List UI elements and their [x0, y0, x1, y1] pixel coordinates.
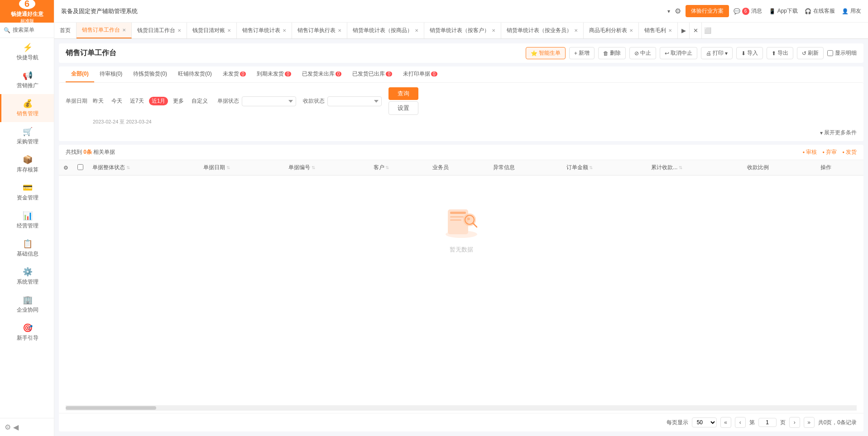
sidebar-item-marketing[interactable]: 📢 营销推广 — [0, 66, 54, 94]
tab-close-cash-reconcile[interactable]: ✕ — [227, 28, 231, 33]
tab-close-sales-order[interactable]: ✕ — [122, 28, 126, 33]
tab-close-sales-increase[interactable]: ✕ — [668, 28, 672, 33]
tab-sales-stat-product[interactable]: 销货单统计表（按商品） ✕ — [347, 23, 424, 38]
industry-btn[interactable]: 体验行业方案 — [686, 5, 729, 17]
tab-cash-daily[interactable]: 钱货日清工作台 ✕ — [132, 23, 187, 38]
chevron-down-icon[interactable]: ▾ — [667, 8, 670, 14]
tab-cash-reconcile[interactable]: 钱货日清对账 ✕ — [187, 23, 237, 38]
expand-filter-btn[interactable]: ▾ 展开更多条件 — [820, 129, 857, 137]
table-scroll-container[interactable]: ⚙ 单据整体状态 单据日期 单据编号 客户 业务员 异常信息 订单金额 累计收款… — [59, 160, 863, 405]
cancel-icon: ↩ — [665, 50, 669, 57]
sidebar-item-system[interactable]: ⚙️ 系统管理 — [0, 262, 54, 290]
tab-close-sales-stat-product[interactable]: ✕ — [415, 28, 418, 33]
scroll-thumb[interactable] — [66, 406, 156, 410]
tab-sales-increase[interactable]: 销售毛利 ✕ — [639, 23, 678, 38]
tab-close-sales-stat-staff[interactable]: ✕ — [574, 28, 578, 33]
tab-gross-profit[interactable]: 商品毛利分析表 ✕ — [584, 23, 639, 38]
review-action[interactable]: 审核 — [802, 148, 817, 156]
tab-close-cash-daily[interactable]: ✕ — [177, 28, 181, 33]
sidebar-item-operation[interactable]: 📊 经营管理 — [0, 206, 54, 234]
sidebar-item-basic[interactable]: 📋 基础信息 — [0, 234, 54, 262]
subtab-expired-unshipped[interactable]: 到期未发货0 — [251, 66, 297, 82]
date-opt-more[interactable]: 更多 — [170, 96, 187, 106]
tab-sales-order[interactable]: 销售订单工作台 ✕ — [77, 23, 132, 38]
cancel-stop-btn[interactable]: ↩ 取消中止 — [660, 47, 697, 59]
tab-close-sales-stat[interactable]: ✕ — [283, 28, 286, 33]
online-service-action[interactable]: 🎧 在线客服 — [805, 7, 835, 15]
th-customer[interactable]: 客户 — [369, 160, 428, 175]
new-btn[interactable]: + 新增 — [569, 47, 595, 59]
refresh-btn[interactable]: ↺ 刷新 — [797, 47, 824, 59]
tab-close-gross-profit[interactable]: ✕ — [629, 28, 633, 33]
subtab-shipped-not-in[interactable]: 已发货未出库0 — [297, 66, 347, 82]
page-input[interactable] — [758, 418, 777, 427]
message-action[interactable]: 💬 6 消息 — [734, 7, 762, 15]
smart-create-btn[interactable]: ⭐ 智能生单 — [526, 47, 566, 59]
sidebar-item-finance[interactable]: 💳 资金管理 — [0, 178, 54, 206]
date-opt-7days[interactable]: 近7天 — [127, 96, 147, 106]
date-opt-1month[interactable]: 近1月 — [149, 97, 168, 105]
date-opt-yesterday[interactable]: 昨天 — [90, 96, 106, 106]
tab-close-sales-exec[interactable]: ✕ — [338, 28, 341, 33]
query-btn[interactable]: 查询 — [388, 87, 418, 100]
show-detail-label[interactable]: 显示明细 — [827, 49, 857, 57]
next-page-btn[interactable]: › — [789, 417, 800, 428]
tab-close-all-btn[interactable]: ✕ — [690, 23, 701, 38]
select-all-checkbox[interactable] — [77, 164, 83, 170]
sidebar-item-inventory[interactable]: 📦 库存核算 — [0, 150, 54, 178]
th-settings[interactable]: ⚙ — [59, 160, 73, 175]
empty-illustration — [439, 203, 484, 239]
subtab-pending-inspect[interactable]: 待拣货验货(0) — [128, 66, 173, 82]
th-amount[interactable]: 订单金额 — [562, 160, 647, 175]
subtab-not-shipped[interactable]: 未发货0 — [217, 66, 252, 82]
sidebar-item-quick-nav[interactable]: ⚡ 快捷导航 — [0, 38, 54, 66]
tab-sales-exec[interactable]: 销售订单执行表 ✕ — [292, 23, 347, 38]
tab-more-btn[interactable]: ▶ — [678, 23, 690, 38]
sidebar-item-purchase[interactable]: 🛒 采购管理 — [0, 122, 54, 150]
page-size-select[interactable]: 50 10 20 100 — [692, 417, 717, 427]
tab-restore-btn[interactable]: ⬜ — [701, 23, 713, 38]
first-page-btn[interactable]: « — [720, 417, 731, 428]
settings-icon-top[interactable]: ⚙ — [675, 7, 681, 15]
status-select[interactable] — [242, 96, 296, 106]
subtab-not-printed[interactable]: 未打印单据0 — [398, 66, 443, 82]
collapse-icon[interactable]: ◀ — [13, 423, 19, 431]
delete-btn[interactable]: 🗑 删除 — [598, 47, 626, 59]
th-status[interactable]: 单据整体状态 — [88, 160, 199, 175]
date-opt-custom[interactable]: 自定义 — [189, 96, 211, 106]
subtab-all[interactable]: 全部(0) — [66, 66, 94, 82]
user-icon: 👤 — [842, 8, 849, 14]
export-btn[interactable]: ⬆ 导出 — [767, 47, 793, 59]
tab-sales-stat-staff[interactable]: 销货单统计表（按业务员） ✕ — [501, 23, 584, 38]
sidebar-item-sales[interactable]: 💰 销售管理 — [0, 94, 54, 122]
abandon-review-action[interactable]: 弃审 — [822, 148, 837, 156]
tab-close-sales-stat-customer[interactable]: ✕ — [492, 28, 495, 33]
prev-page-btn[interactable]: ‹ — [735, 417, 746, 428]
ship-action[interactable]: 发货 — [842, 148, 857, 156]
th-check[interactable] — [73, 160, 88, 175]
subtab-wangpu-pending[interactable]: 旺铺待发货(0) — [173, 66, 217, 82]
th-date[interactable]: 单据日期 — [199, 160, 284, 175]
show-detail-checkbox[interactable] — [827, 50, 833, 56]
horizontal-scrollbar[interactable] — [66, 405, 857, 411]
import-btn[interactable]: ⬇ 导入 — [736, 47, 763, 59]
user-action[interactable]: 👤 用友 — [842, 7, 861, 15]
subtab-shipped-in[interactable]: 已发货已出库0 — [347, 66, 398, 82]
date-opt-today[interactable]: 今天 — [109, 96, 125, 106]
th-number[interactable]: 单据编号 — [284, 160, 369, 175]
tab-sales-stat-customer[interactable]: 销货单统计表（按客户） ✕ — [424, 23, 501, 38]
stop-btn[interactable]: ⊘ 中止 — [629, 47, 656, 59]
sidebar-item-guide[interactable]: 🎯 新手引导 — [0, 318, 54, 346]
print-btn[interactable]: 🖨 打印 ▾ — [701, 47, 733, 59]
tab-home[interactable]: 首页 — [54, 23, 77, 38]
subtab-pending-review[interactable]: 待审核(0) — [94, 66, 128, 82]
tab-sales-stat[interactable]: 销售订单统计表 ✕ — [237, 23, 292, 38]
app-download-action[interactable]: 📱 App下载 — [769, 7, 798, 15]
set-btn[interactable]: 设置 — [388, 101, 418, 115]
last-page-btn[interactable]: » — [804, 417, 815, 428]
sidebar-item-enterprise[interactable]: 🏢 企业协同 — [0, 290, 54, 318]
settings-icon[interactable]: ⚙ — [5, 423, 11, 431]
th-collected[interactable]: 累计收款... — [647, 160, 743, 175]
payment-select[interactable] — [327, 96, 382, 106]
search-menu[interactable]: 🔍 搜索菜单 — [0, 23, 54, 38]
